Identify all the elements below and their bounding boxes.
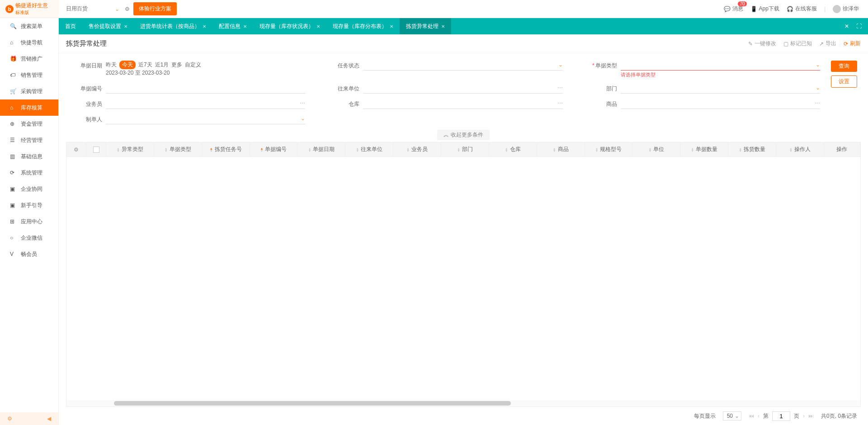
column-header[interactable]: ▲▼单据数量	[680, 142, 728, 156]
sidebar-item-8[interactable]: ▥基础信息	[0, 148, 58, 165]
column-header[interactable]: ▲▼单据日期	[297, 142, 345, 156]
sidebar-item-13[interactable]: ○企业微信	[0, 230, 58, 246]
refresh-button[interactable]: ⟳ 刷新	[844, 40, 861, 47]
partner-input[interactable]	[363, 84, 562, 94]
chevron-down-icon[interactable]: ⌄	[816, 85, 820, 91]
user-menu[interactable]: 徐泽华	[833, 5, 859, 13]
chevron-down-icon[interactable]: ⌄	[301, 115, 305, 122]
date-preset[interactable]: 昨天	[106, 61, 117, 69]
column-header[interactable]: ▲▼仓库	[489, 142, 537, 156]
query-button[interactable]: 查询	[831, 61, 857, 72]
operator-input[interactable]	[106, 99, 305, 109]
experience-button[interactable]: 体验行业方案	[133, 2, 177, 15]
tab-4[interactable]: 现存量（库存状况表）✕	[253, 18, 326, 34]
column-header[interactable]: ▲▼商品	[537, 142, 585, 156]
tab-0[interactable]: 首页	[59, 18, 82, 34]
tab-6[interactable]: 拣货异常处理✕	[400, 18, 451, 34]
maker-input[interactable]	[106, 114, 305, 124]
docno-input[interactable]	[106, 84, 305, 94]
sidebar-item-0[interactable]: 🔍搜索菜单	[0, 18, 58, 34]
category-select[interactable]: 日用百货 ⌄	[64, 3, 121, 14]
tab-close-icon[interactable]: ✕	[203, 24, 206, 29]
column-header[interactable]: ▲▼操作人	[776, 142, 824, 156]
sidebar-item-2[interactable]: 🎁营销推广	[0, 51, 58, 67]
settings-button[interactable]: 设置	[831, 76, 857, 88]
sidebar-item-6[interactable]: ⊕资金管理	[0, 116, 58, 132]
batch-edit-button[interactable]: ✎ 一键修改	[748, 40, 776, 47]
tab-close-icon[interactable]: ✕	[441, 24, 445, 29]
select-all-checkbox[interactable]	[93, 146, 99, 153]
column-header[interactable]: ▲▼规格型号	[585, 142, 633, 156]
last-page-button[interactable]: ⏭	[808, 413, 814, 419]
dept-input[interactable]	[621, 84, 820, 94]
first-page-button[interactable]: ⏮	[749, 413, 754, 419]
sidebar-item-11[interactable]: ▣新手引导	[0, 197, 58, 213]
column-header[interactable]: ▲▼异常类型	[106, 142, 154, 156]
column-header[interactable]: ▲▼单位	[632, 142, 680, 156]
sidebar-item-14[interactable]: V畅会员	[0, 246, 58, 262]
sidebar-item-7[interactable]: ☰经营管理	[0, 132, 58, 148]
logo-edition: 标准版	[15, 9, 48, 16]
collapse-filters-button[interactable]: ︽ 收起更多条件	[437, 130, 490, 140]
chevron-down-icon[interactable]: ⌄	[816, 61, 820, 68]
tab-3[interactable]: 配置信息✕	[212, 18, 253, 34]
tab-close-icon[interactable]: ✕	[243, 24, 247, 29]
tab-2[interactable]: 进货单统计表（按商品）✕	[134, 18, 212, 34]
column-header[interactable]: ▲▼部门	[441, 142, 489, 156]
category-gear-icon[interactable]: ⚙	[125, 6, 130, 12]
date-preset[interactable]: 今天	[119, 61, 136, 69]
warehouse-input[interactable]	[363, 99, 562, 109]
date-preset[interactable]: 更多	[171, 61, 182, 69]
sidebar-footer: ⚙ ◀	[0, 412, 58, 425]
product-input[interactable]	[621, 99, 820, 109]
chevron-down-icon[interactable]: ⌄	[558, 61, 563, 68]
next-page-button[interactable]: ›	[803, 413, 805, 419]
tab-close-icon[interactable]: ✕	[124, 24, 127, 29]
date-preset[interactable]: 自定义	[185, 61, 201, 69]
more-icon[interactable]: ⋯	[557, 85, 563, 91]
table-settings-icon[interactable]: ⚙	[74, 146, 79, 153]
column-header[interactable]: ▲▼单据类型	[154, 142, 202, 156]
horizontal-scrollbar[interactable]	[66, 400, 860, 406]
page-size-select[interactable]: 50 ⌄	[723, 411, 741, 420]
column-header[interactable]: ▲▼单据编号	[250, 142, 298, 156]
messages-button[interactable]: 💬 消息 70	[724, 5, 743, 13]
sidebar-collapse-icon[interactable]: ◀	[47, 416, 51, 422]
mark-read-button[interactable]: ▢ 标记已知	[783, 40, 812, 47]
sidebar-item-4[interactable]: 🛒采购管理	[0, 83, 58, 99]
task-status-input[interactable]	[363, 61, 562, 71]
sort-icon: ▲▼	[739, 147, 742, 152]
column-header[interactable]: ▲▼拣货任务号	[202, 142, 250, 156]
date-preset[interactable]: 近1月	[155, 61, 169, 69]
tab-close-icon[interactable]: ✕	[390, 24, 393, 29]
more-icon[interactable]: ⋯	[815, 100, 820, 106]
filter-docno: 单据编号	[70, 84, 305, 94]
tabs-close-all-icon[interactable]: ✕	[843, 21, 851, 31]
page-input[interactable]	[772, 411, 790, 421]
column-header[interactable]: ▲▼业务员	[393, 142, 441, 156]
prev-page-button[interactable]: ‹	[758, 413, 760, 419]
team-icon: ▣	[10, 186, 16, 192]
sidebar-item-1[interactable]: ⌂快捷导航	[0, 34, 58, 51]
sidebar-item-10[interactable]: ▣企业协同	[0, 181, 58, 197]
column-header[interactable]: ▲▼往来单位	[345, 142, 393, 156]
tab-5[interactable]: 现存量（库存分布表）✕	[326, 18, 400, 34]
column-header[interactable]: 操作	[824, 142, 860, 156]
more-icon[interactable]: ⋯	[557, 100, 563, 106]
export-button[interactable]: ↗ 导出	[819, 40, 836, 47]
sidebar-item-5[interactable]: ⌂库存核算	[0, 99, 58, 116]
doc-type-input[interactable]	[621, 61, 820, 71]
category-area: 日用百货 ⌄ ⚙ 体验行业方案	[64, 2, 177, 15]
date-preset[interactable]: 近7天	[138, 61, 152, 69]
tab-close-icon[interactable]: ✕	[316, 24, 320, 29]
app-download-button[interactable]: 📱 App下载	[750, 5, 779, 13]
tabs-fullscreen-icon[interactable]: ⛶	[854, 21, 863, 31]
column-header[interactable]: ▲▼拣货数量	[728, 142, 776, 156]
more-icon[interactable]: ⋯	[300, 100, 305, 106]
sidebar-settings-icon[interactable]: ⚙	[7, 416, 12, 422]
sidebar-item-9[interactable]: ⟳系统管理	[0, 165, 58, 181]
support-button[interactable]: 🎧 在线客服	[787, 5, 817, 13]
tab-1[interactable]: 售价提取设置✕	[82, 18, 134, 34]
sidebar-item-12[interactable]: ⊞应用中心	[0, 213, 58, 230]
sidebar-item-3[interactable]: 🏷销售管理	[0, 67, 58, 83]
